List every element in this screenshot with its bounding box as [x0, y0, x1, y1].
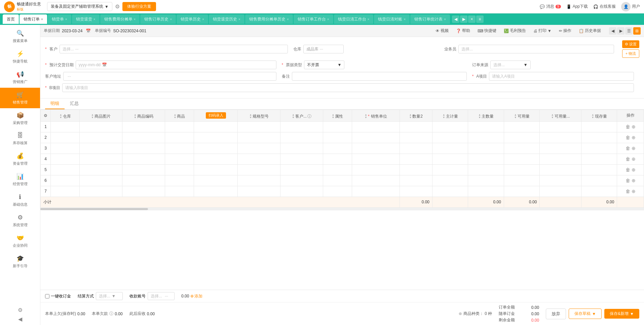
copy-icon[interactable]: ⊕ — [632, 167, 636, 172]
collapse-btn[interactable]: ◀ — [18, 316, 22, 322]
delete-icon[interactable]: 🗑 — [626, 135, 630, 140]
order-source-select[interactable]: 选择... ▼ — [490, 60, 531, 69]
tab-sales-split[interactable]: 销售费用分摊单 × — [100, 14, 140, 24]
sidebar-item-marketing[interactable]: 📢 营销推广 — [0, 67, 40, 88]
sidebar-item-system[interactable]: ⚙ 系统管理 — [0, 210, 40, 231]
close-icon[interactable]: × — [65, 17, 67, 21]
sidebar-item-sales[interactable]: 🛒 销售管理 — [0, 88, 40, 108]
sidebar-item-basic[interactable]: ℹ 基础信息 — [0, 190, 40, 210]
help-btn[interactable]: ❓ 帮助 — [454, 27, 472, 34]
copy-icon[interactable]: ⊕ — [632, 178, 636, 183]
delivery-date-input[interactable]: yyyy-mm-dd 📅 — [76, 60, 276, 69]
tab-prev-btn[interactable]: ◀ — [452, 15, 459, 23]
tab-sales-order[interactable]: 销售订单 × — [20, 14, 47, 24]
copy-icon[interactable]: ⊕ — [632, 146, 636, 151]
operation-btn[interactable]: ✏ 操作 — [557, 27, 573, 34]
tab-daily-reconcile[interactable]: 钱货日清对账 × — [374, 14, 410, 24]
layout-card-btn[interactable]: ⊞ — [633, 27, 641, 35]
record-prev-btn[interactable]: ◀ — [609, 27, 616, 35]
address-input[interactable]: ··· — [63, 72, 276, 81]
app-download-btn[interactable]: 📱 App下载 — [566, 4, 588, 9]
invoice-type-select[interactable]: 不开票 ▼ — [304, 60, 344, 69]
delete-icon[interactable]: 🗑 — [626, 124, 630, 129]
close-icon[interactable]: × — [170, 17, 172, 21]
profit-btn[interactable]: 💹 毛利预告 — [502, 27, 528, 34]
save-new-btn[interactable]: 保存&新增 ▼ — [604, 309, 639, 319]
remark-input[interactable] — [292, 72, 467, 81]
sidebar-item-operation[interactable]: 📊 经营管理 — [0, 169, 40, 190]
tab-daily-workbench[interactable]: 钱货日清工作台 × — [334, 14, 374, 24]
message-btn[interactable]: 💬 消息 9 — [540, 4, 561, 9]
close-icon[interactable]: × — [287, 17, 289, 21]
record-next-btn[interactable]: ▶ — [617, 27, 624, 35]
tab-slip-history[interactable]: 销货单历史 × — [177, 14, 208, 24]
sidebar-item-finance[interactable]: 💰 资金管理 — [0, 149, 40, 169]
gear-icon[interactable]: ⚙ — [115, 3, 120, 10]
sidebar-item-collab[interactable]: 🤝 企业协同 — [0, 231, 40, 251]
tab-split-history[interactable]: 销售费用分摊单历史 × — [245, 14, 293, 24]
discard-btn[interactable]: 放弃 — [546, 309, 566, 319]
close-icon[interactable]: × — [368, 17, 370, 21]
horizontal-scrollbar[interactable] — [40, 208, 644, 210]
tab-close-all-btn[interactable]: × — [468, 15, 476, 23]
tab-sales-slip[interactable]: 销货单 × — [48, 14, 71, 24]
delete-icon[interactable]: 🗑 — [626, 156, 630, 162]
delete-icon[interactable]: 🗑 — [626, 178, 630, 183]
tab-workbench[interactable]: 销售订单工作台 × — [294, 14, 333, 24]
delete-icon[interactable]: 🗑 — [626, 189, 630, 194]
add-logistics-btn[interactable]: + 物流 — [622, 49, 639, 58]
close-icon[interactable]: × — [404, 17, 406, 21]
tab-summary[interactable]: 汇总 — [65, 98, 84, 109]
settlement-select[interactable]: 选择... ▼ — [96, 292, 123, 300]
receipt-select[interactable]: 选择... ··· — [148, 292, 175, 300]
delete-icon[interactable]: 🗑 — [626, 167, 630, 172]
tab-menu-btn[interactable]: ≡ — [476, 15, 484, 23]
settings-panel-btn[interactable]: ⚙ 设置 — [622, 40, 639, 48]
calendar-icon[interactable]: 📅 — [102, 63, 107, 67]
warehouse-input[interactable]: 成品库 ··· — [303, 45, 344, 53]
salesman-input[interactable]: 选择... — [458, 45, 614, 53]
calendar-icon[interactable]: 📅 — [86, 29, 91, 33]
copy-icon[interactable]: ⊕ — [632, 124, 636, 129]
close-icon[interactable]: × — [134, 17, 136, 21]
tab-order-history[interactable]: 销售订单历史 × — [140, 14, 176, 24]
barcode-input-btn[interactable]: 扫码录入 — [206, 112, 226, 119]
print-btn[interactable]: 🖨 打印 ▼ — [531, 27, 554, 34]
a-project-input[interactable]: 请输入A项目 — [489, 72, 634, 81]
sidebar-item-search[interactable]: 🔍 搜索菜单 — [0, 26, 40, 47]
system-selector[interactable]: 装备及固定资产辅助管理系统 ▼ — [47, 2, 112, 11]
delete-icon[interactable]: 🗑 — [626, 146, 630, 151]
settings-icon[interactable]: ⚙ — [18, 307, 23, 313]
tab-home[interactable]: 首页 — [3, 14, 19, 24]
close-icon[interactable]: × — [93, 17, 96, 21]
close-icon[interactable]: × — [41, 17, 43, 21]
copy-icon[interactable]: ⊕ — [632, 189, 636, 194]
col-gear[interactable]: ⚙ — [41, 110, 51, 122]
video-btn[interactable]: 👁 视频 — [433, 27, 451, 34]
tab-sales-return[interactable]: 销货退货 × — [72, 14, 100, 24]
copy-icon[interactable]: ⊕ — [632, 156, 636, 162]
tab-stats[interactable]: 销售订单统计表 × — [410, 14, 450, 24]
tab-detail[interactable]: 明细 — [45, 98, 65, 109]
add-btn[interactable]: ⊕ 添加 — [190, 293, 202, 299]
online-service-btn[interactable]: 🎧 在线客服 — [593, 4, 616, 9]
close-icon[interactable]: × — [202, 17, 204, 21]
save-draft-btn[interactable]: 保存草稿 ▼ — [569, 309, 602, 319]
shortcut-btn[interactable]: ⌨ 快捷键 — [476, 27, 498, 34]
sidebar-item-guide[interactable]: 🎓 新手引导 — [0, 251, 40, 272]
copy-icon[interactable]: ⊕ — [632, 135, 636, 140]
close-icon[interactable]: × — [444, 17, 446, 21]
scrollbar-thumb[interactable] — [40, 208, 148, 210]
tab-return-history[interactable]: 销货退货历史 × — [209, 14, 244, 24]
tab-next-btn[interactable]: ▶ — [460, 15, 467, 23]
sidebar-item-purchase[interactable]: 📦 采购管理 — [0, 108, 40, 129]
industry-btn[interactable]: 体验行业方案 — [122, 2, 156, 11]
history-btn[interactable]: 📋 历史单据 — [577, 27, 603, 34]
sidebar-item-inventory[interactable]: 🗄 库存核算 — [0, 129, 40, 149]
layout-list-btn[interactable]: ☰ — [625, 27, 633, 35]
close-icon[interactable]: × — [238, 17, 240, 21]
sidebar-item-nav[interactable]: ⚡ 快捷导航 — [0, 47, 40, 67]
close-icon[interactable]: × — [327, 17, 329, 21]
customer-input[interactable]: 选择... ··· — [60, 45, 288, 53]
quick-checkout-check[interactable]: 一键收订金 — [45, 293, 71, 299]
